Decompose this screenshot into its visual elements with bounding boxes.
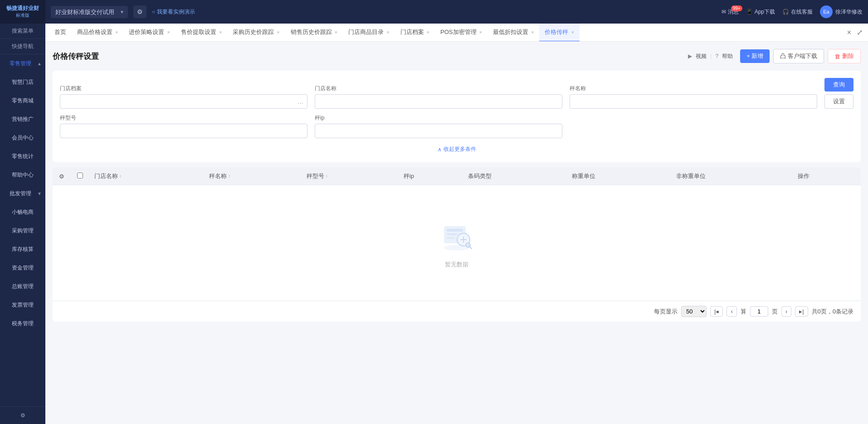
filter-scale-ip-wrap	[315, 124, 562, 138]
sidebar-item-general-ledger-label: 总账管理	[4, 283, 42, 290]
video-label[interactable]: 视频	[696, 53, 707, 60]
tab-product-price[interactable]: 商品价格设置 ×	[72, 24, 123, 42]
help-label[interactable]: 帮助	[722, 53, 733, 60]
filter-collapse-button[interactable]: ∧ 收起更多条件	[60, 144, 853, 155]
table-col-store-name-sort[interactable]: 门店名称 ↕	[94, 172, 198, 180]
sidebar-item-marketing-label: 营销推广	[4, 116, 42, 123]
sidebar-item-purchase-mgmt[interactable]: 采购管理	[0, 222, 45, 240]
tab-close-all-button[interactable]: ×	[845, 27, 853, 39]
sidebar-settings[interactable]: ⚙	[0, 406, 45, 424]
topbar: 好业财标准版交付试用 ▼ ⚙ ○ 我要看实例演示 ✉ 消息 99+ 📱 App下…	[45, 0, 868, 24]
delete-button[interactable]: 🗑 删除	[828, 49, 861, 63]
filter-store-name-input[interactable]	[319, 98, 558, 105]
page-word-label: 算	[741, 308, 746, 316]
tab-pos-mgmt-close[interactable]: ×	[479, 29, 482, 35]
page-title: 价格传秤设置	[53, 51, 99, 62]
sort-store-name-icon: ↕	[119, 174, 122, 178]
sidebar-item-retail-mall[interactable]: 零售商城	[0, 92, 45, 110]
tab-product-price-label: 商品价格设置	[77, 28, 112, 36]
sidebar-item-invoice-mgmt[interactable]: 发票管理	[0, 296, 45, 314]
tab-sale-extract[interactable]: 售价提取设置 ×	[176, 24, 227, 42]
settings-button[interactable]: 设置	[824, 94, 853, 109]
message-button[interactable]: ✉ 消息 99+	[722, 8, 739, 16]
version-selector[interactable]: 好业财标准版交付试用	[51, 6, 128, 18]
table-col-scale-model-sort[interactable]: 秤型号 ↕	[307, 172, 393, 180]
sidebar-item-retail-mgmt[interactable]: 零售管理 ▲	[0, 54, 45, 73]
tab-pos-mgmt[interactable]: POS加密管理 ×	[435, 24, 488, 42]
tab-purchase-strategy[interactable]: 进价策略设置 ×	[123, 24, 175, 42]
first-page-button[interactable]: |◂	[710, 306, 723, 317]
sidebar-quick-nav[interactable]: 快捷导航	[0, 39, 45, 54]
tab-store-catalog[interactable]: 门店商品目录 ×	[343, 24, 395, 42]
tab-purchase-strategy-close[interactable]: ×	[167, 29, 170, 35]
tab-sale-history-close[interactable]: ×	[335, 29, 337, 35]
tab-min-discount-close[interactable]: ×	[531, 29, 534, 35]
sidebar-item-fund-mgmt-label: 资金管理	[4, 264, 42, 272]
per-page-select[interactable]: 10 20 50 100	[681, 306, 707, 317]
last-page-button[interactable]: ▸|	[795, 306, 808, 317]
sidebar-item-retail-stats[interactable]: 零售统计	[0, 147, 45, 166]
tab-store-archive-close[interactable]: ×	[427, 29, 429, 35]
filter-store-archive-input[interactable]	[64, 98, 297, 105]
sidebar-search[interactable]: 搜索菜单	[0, 24, 45, 39]
sidebar-item-inventory[interactable]: 库存核算	[0, 240, 45, 259]
table-col-scale-model: 秤型号 ↕	[301, 168, 398, 185]
sidebar-item-tax-mgmt[interactable]: 税务管理	[0, 314, 45, 333]
sidebar-item-retail-mgmt-label: 零售管理	[4, 60, 37, 67]
sidebar-item-marketing[interactable]: 营销推广	[0, 110, 45, 129]
sidebar-item-help-center[interactable]: 帮助中心	[0, 166, 45, 184]
topbar-demo-link[interactable]: ○ 我要看实例演示	[152, 8, 195, 16]
table-settings-gear-icon[interactable]: ⚙	[59, 173, 64, 180]
page-input[interactable]	[750, 306, 768, 317]
app-icon: 📱	[746, 9, 753, 15]
filter-scale-model-input[interactable]	[64, 128, 303, 135]
add-button[interactable]: + 新增	[740, 49, 770, 63]
store-archive-dots-icon[interactable]: ...	[297, 97, 303, 106]
tab-min-discount[interactable]: 最低折扣设置 ×	[488, 24, 539, 42]
next-page-button[interactable]: ›	[781, 306, 791, 317]
filter-scale-name-wrap	[570, 94, 817, 109]
query-button[interactable]: 查询	[824, 78, 853, 92]
prev-page-button[interactable]: ‹	[727, 306, 736, 317]
table-col-scale-name-sort[interactable]: 秤名称 ↕	[209, 172, 295, 180]
table-select-all-checkbox[interactable]	[77, 173, 83, 178]
filter-scale-ip-input[interactable]	[319, 128, 558, 135]
sidebar-item-batch-mgmt[interactable]: 批发管理 ▼	[0, 184, 45, 203]
data-table: ⚙ 门店名称 ↕ 秤名称	[53, 168, 861, 301]
sidebar-item-member-center-label: 会员中心	[4, 134, 42, 142]
tab-pos-mgmt-label: POS加密管理	[440, 28, 476, 36]
sidebar-item-smart-store[interactable]: 智慧门店	[0, 73, 45, 92]
main-area: 好业财标准版交付试用 ▼ ⚙ ○ 我要看实例演示 ✉ 消息 99+ 📱 App下…	[45, 0, 868, 424]
tab-home[interactable]: 首页	[49, 24, 72, 42]
sidebar-item-help-center-label: 帮助中心	[4, 171, 42, 179]
table-empty-row: 暂无数据	[53, 185, 861, 301]
tab-expand-button[interactable]: ⤢	[855, 26, 864, 39]
tab-sale-history[interactable]: 销售历史价跟踪 ×	[285, 24, 343, 42]
app-download-button[interactable]: 📱 App下载	[746, 8, 775, 16]
tab-purchase-history[interactable]: 采购历史价跟踪 ×	[227, 24, 285, 42]
tab-store-archive[interactable]: 门店档案 ×	[395, 24, 435, 42]
download-button[interactable]: 凸 客户端下载	[773, 49, 824, 63]
user-profile[interactable]: Ea 徐泽华修改	[820, 5, 863, 18]
tab-sale-extract-close[interactable]: ×	[219, 29, 222, 35]
sidebar-item-member-center[interactable]: 会员中心	[0, 129, 45, 147]
tab-price-scale[interactable]: 价格传秤 ×	[539, 24, 579, 42]
table-header-row: ⚙ 门店名称 ↕ 秤名称	[53, 168, 861, 185]
online-service-button[interactable]: 🎧 在线客服	[782, 8, 813, 16]
tab-product-price-close[interactable]: ×	[115, 29, 118, 35]
empty-text: 暂无数据	[445, 260, 468, 269]
filter-scale-name-input[interactable]	[574, 98, 813, 105]
sidebar-item-general-ledger[interactable]: 总账管理	[0, 277, 45, 296]
filter-scale-name-label: 秤名称	[570, 85, 817, 92]
filter-store-archive-label: 门店档案	[60, 85, 307, 92]
tab-store-catalog-close[interactable]: ×	[386, 29, 389, 35]
tab-purchase-history-close[interactable]: ×	[277, 29, 279, 35]
topbar-settings-button[interactable]: ⚙	[133, 5, 146, 18]
sidebar-item-xiaochang[interactable]: 小畅电商	[0, 203, 45, 222]
message-badge: 99+	[731, 5, 742, 11]
sidebar-item-fund-mgmt[interactable]: 资金管理	[0, 259, 45, 277]
tab-price-scale-close[interactable]: ×	[571, 29, 574, 35]
tab-purchase-strategy-label: 进价策略设置	[129, 28, 164, 36]
table-col-store-name-label: 门店名称	[94, 172, 118, 180]
filter-scale-model-label: 秤型号	[60, 114, 307, 122]
